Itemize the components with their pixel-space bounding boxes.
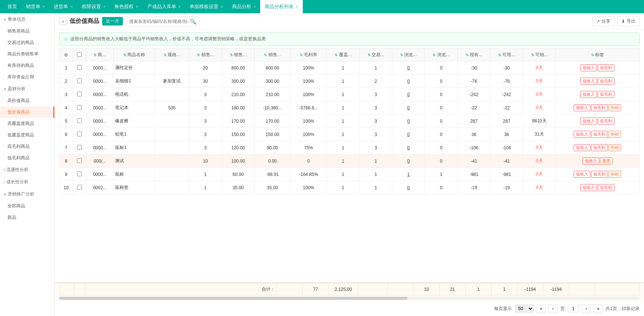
sidebar-item-有库存的商品[interactable]: 有库存的商品	[0, 60, 54, 71]
sidebar-item-库存资金占用[interactable]: 库存资金占用	[0, 71, 54, 83]
browse1-link[interactable]: 0	[407, 65, 410, 71]
sort-icon[interactable]: ⇅	[591, 53, 594, 57]
row-select-checkbox[interactable]	[77, 132, 82, 136]
close-icon[interactable]: ×	[43, 4, 45, 9]
sidebar-item-新品[interactable]: 新品	[0, 212, 54, 223]
sort-icon[interactable]: ⇅	[300, 53, 303, 57]
browse1-link[interactable]: 1	[407, 172, 410, 177]
sidebar-item-低毛利商品[interactable]: 低毛利商品	[0, 152, 54, 164]
sort-icon[interactable]: ⇅	[498, 53, 501, 57]
nav-purchase[interactable]: 进货单 ×	[49, 0, 77, 13]
sidebar-group-流通性分析[interactable]: › 流通性分析	[0, 164, 54, 176]
period-button[interactable]: 近一月	[102, 17, 123, 26]
search-icon[interactable]: 🔍	[190, 18, 196, 24]
export-button[interactable]: ⬇ 导出	[617, 16, 640, 26]
row-trans: 1	[359, 154, 392, 168]
close-icon[interactable]: ×	[136, 4, 138, 9]
share-icon: ↗	[596, 19, 600, 24]
row-select-checkbox[interactable]	[77, 78, 82, 83]
next-page-button[interactable]: ›	[582, 304, 591, 313]
sort-icon[interactable]: ⇅	[94, 53, 97, 57]
sort-icon[interactable]: ⇅	[466, 53, 469, 57]
nav-permission[interactable]: 权限设置 ×	[77, 0, 110, 13]
scrollbar-thumb[interactable]	[59, 297, 407, 300]
sort-icon[interactable]: ⇅	[368, 53, 370, 57]
sidebar-item-销售类商品[interactable]: 销售类商品	[0, 26, 54, 37]
row-no: 3	[60, 88, 73, 101]
browse1-link[interactable]: 0	[407, 105, 410, 111]
row-select-checkbox[interactable]	[77, 158, 82, 163]
nav-product-analysis-list[interactable]: 商品分析列表 ×	[260, 0, 302, 13]
row-cover: 1	[327, 181, 359, 194]
sort-icon[interactable]: ⇅	[197, 53, 200, 57]
nav-home[interactable]: 首页	[3, 0, 21, 13]
sort-icon[interactable]: ⇅	[230, 53, 233, 57]
sidebar-group-营销推广分析[interactable]: ∨ 营销推广分析	[0, 188, 54, 200]
sort-icon[interactable]: ⇅	[164, 53, 167, 57]
row-select-checkbox[interactable]	[77, 92, 82, 96]
close-icon[interactable]: ×	[103, 4, 105, 9]
close-icon[interactable]: ×	[178, 4, 181, 9]
browse1-link[interactable]: 0	[407, 185, 410, 190]
horizontal-scrollbar[interactable]	[59, 297, 640, 300]
first-page-button[interactable]: «	[537, 304, 546, 313]
close-icon[interactable]: ×	[70, 4, 73, 9]
tag-badge: 低毛利	[591, 104, 608, 111]
prev-page-button[interactable]: ‹	[549, 304, 557, 313]
browse1-link[interactable]: 0	[407, 132, 410, 137]
nav-product-analysis[interactable]: 商品分析 ×	[228, 0, 260, 13]
browse1-link[interactable]: 0	[407, 92, 410, 97]
share-button[interactable]: ↗ 分享	[592, 16, 614, 26]
sidebar-item-低覆盖度商品[interactable]: 低覆盖度商品	[0, 129, 54, 141]
select-all-checkbox[interactable]	[77, 52, 82, 57]
close-icon[interactable]: ×	[221, 4, 223, 9]
browse1-link[interactable]: 0	[407, 145, 410, 150]
sidebar-group-盈财分析[interactable]: ∨ 盈财分析	[0, 83, 54, 95]
row-avail-stock: -981	[490, 168, 523, 181]
collapse-sidebar-button[interactable]: «	[59, 18, 67, 25]
row-select-checkbox[interactable]	[77, 185, 82, 190]
nav-sales[interactable]: 销货单 ×	[21, 0, 49, 13]
row-select-checkbox[interactable]	[77, 171, 82, 176]
tag-badge: 低收入	[574, 144, 590, 151]
per-page-select[interactable]: 50 100 200	[515, 305, 534, 313]
sort-icon[interactable]: ⇅	[123, 53, 126, 57]
sidebar-group-整体信息[interactable]: ∨ 整体信息	[0, 13, 54, 26]
settings-icon[interactable]: ⚙	[64, 52, 68, 58]
row-checkbox	[73, 168, 86, 181]
row-select-checkbox[interactable]	[77, 145, 82, 150]
row-select-checkbox[interactable]	[77, 118, 82, 123]
close-icon[interactable]: ×	[254, 4, 256, 9]
sidebar-item-商品分类销售率[interactable]: 商品分类销售率	[0, 48, 54, 60]
close-icon[interactable]: ×	[296, 4, 298, 9]
row-no: 7	[60, 141, 73, 154]
row-select-checkbox[interactable]	[77, 65, 82, 70]
browse1-link[interactable]: 0	[407, 79, 410, 84]
sidebar-item-高价值商品[interactable]: 高价值商品	[0, 95, 54, 106]
col-settings[interactable]: ⚙	[60, 49, 73, 61]
tag-badge: 低毛利	[591, 131, 608, 138]
sort-icon[interactable]: ⇅	[400, 53, 403, 57]
row-sale-amt: -98.91	[255, 168, 291, 181]
sort-icon[interactable]: ⇅	[264, 53, 267, 57]
sort-icon[interactable]: ⇅	[531, 53, 534, 57]
sidebar-item-高毛利商品[interactable]: 高毛利商品	[0, 141, 54, 152]
browse1-link[interactable]: 0	[407, 159, 410, 164]
sidebar-item-全部商品[interactable]: 全部商品	[0, 200, 54, 212]
nav-product-in[interactable]: 产成品入库单 ×	[143, 0, 185, 13]
nav-role[interactable]: 角色授权 ×	[110, 0, 142, 13]
pagination: 每页显示 50 100 200 « ‹ 页 › » 共1页，10条记录	[55, 301, 644, 316]
sidebar-item-高覆盖度商品[interactable]: 高覆盖度商品	[0, 118, 54, 129]
sort-icon[interactable]: ⇅	[433, 53, 436, 57]
sidebar-item-交易过的商品[interactable]: 交易过的商品	[0, 37, 54, 48]
sidebar-item-低价值商品[interactable]: 低价值商品	[0, 106, 54, 118]
browse1-link[interactable]: 0	[407, 119, 410, 124]
last-page-button[interactable]: »	[594, 304, 603, 313]
col-curr-stock: ⇅ 现有...	[457, 49, 490, 61]
row-select-checkbox[interactable]	[77, 105, 82, 110]
nav-template[interactable]: 单据模板设置 ×	[185, 0, 227, 13]
sidebar-group-成长性分析[interactable]: › 成长性分析	[0, 176, 54, 188]
sort-icon[interactable]: ⇅	[335, 53, 338, 57]
search-input[interactable]	[129, 19, 188, 24]
page-number-input[interactable]	[568, 305, 579, 312]
